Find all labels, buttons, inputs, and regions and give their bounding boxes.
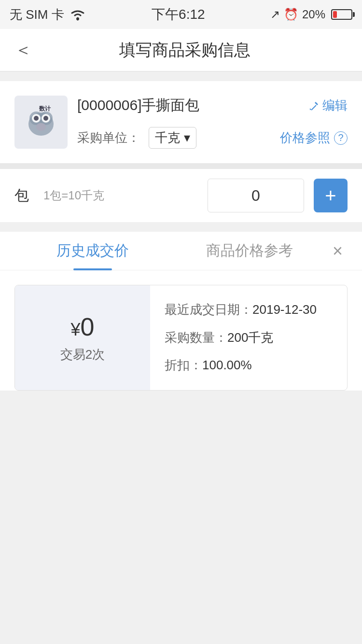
section-divider	[0, 163, 362, 169]
currency-symbol: ¥	[71, 320, 81, 339]
price-detail-qty: 采购数量：200千克	[165, 328, 333, 348]
tab-header: 历史成交价 商品价格参考 ×	[0, 232, 362, 270]
help-icon: ?	[334, 131, 348, 145]
product-image: 数计	[22, 103, 60, 141]
quantity-input[interactable]: 0	[208, 179, 304, 212]
price-times: 交易2次	[60, 346, 105, 363]
tab-section: 历史成交价 商品价格参考 × ¥0 交易2次 最近成交日期：2019-12-30…	[0, 232, 362, 391]
unit-selector-group: 采购单位： 千克 ▾	[77, 127, 196, 149]
header: ＜ 填写商品采购信息	[0, 29, 362, 71]
product-thumbnail: 数计	[14, 96, 68, 149]
svg-point-8	[36, 123, 46, 131]
edit-icon	[309, 100, 320, 111]
quantity-plus-button[interactable]: +	[314, 179, 348, 212]
quantity-row: 包 1包=10千克 0 +	[0, 169, 362, 222]
svg-point-0	[76, 17, 79, 20]
svg-marker-11	[315, 102, 318, 105]
price-reference-button[interactable]: 价格参照 ?	[280, 129, 348, 146]
price-detail-discount: 折扣：100.00%	[165, 355, 333, 376]
edit-label: 编辑	[322, 97, 348, 114]
price-value: 0	[81, 313, 95, 341]
price-ref-label: 价格参照	[280, 129, 330, 146]
qty-unit-label: 包	[14, 186, 29, 206]
tab-close-button[interactable]: ×	[328, 241, 348, 261]
alarm-icon: ⏰	[284, 8, 298, 21]
dropdown-arrow-icon: ▾	[184, 130, 190, 145]
svg-point-7	[43, 116, 48, 121]
unit-value: 千克	[155, 129, 180, 146]
wifi-icon	[69, 8, 86, 21]
qty-detail-value: 200千克	[227, 330, 273, 345]
unit-label: 采购单位：	[77, 130, 140, 145]
discount-value: 100.00%	[202, 358, 252, 372]
svg-rect-10	[311, 105, 316, 110]
tab-history-label: 历史成交价	[56, 241, 129, 261]
discount-label: 折扣：	[165, 358, 202, 372]
battery-percent: 20%	[302, 8, 325, 21]
date-label: 最近成交日期：	[165, 302, 252, 317]
tab-price-label: 商品价格参考	[206, 241, 293, 261]
product-name-row: [0000006]手撕面包 编辑	[77, 96, 348, 115]
status-bar: 无 SIM 卡 下午6:12 ↗ ⏰ 20%	[0, 0, 362, 29]
status-right: ↗ ⏰ 20%	[270, 8, 352, 21]
status-left: 无 SIM 卡	[10, 6, 86, 23]
qty-unit-sub: 1包=10千克	[43, 188, 104, 203]
page-title: 填写商品采购信息	[42, 39, 328, 61]
tab-price-reference[interactable]: 商品价格参考	[171, 232, 327, 270]
unit-row: 采购单位： 千克 ▾ 价格参照 ?	[77, 127, 348, 149]
edit-button[interactable]: 编辑	[309, 97, 348, 114]
unit-select[interactable]: 千克 ▾	[149, 127, 196, 149]
price-right-panel: 最近成交日期：2019-12-30 采购数量：200千克 折扣：100.00%	[150, 285, 347, 390]
price-left-panel: ¥0 交易2次	[15, 285, 150, 390]
price-detail-date: 最近成交日期：2019-12-30	[165, 300, 333, 320]
price-amount: ¥0	[71, 312, 95, 341]
qty-detail-label: 采购数量：	[165, 330, 227, 345]
price-card: ¥0 交易2次 最近成交日期：2019-12-30 采购数量：200千克 折扣：…	[14, 285, 348, 391]
status-time: 下午6:12	[152, 5, 205, 24]
svg-text:数计: 数计	[39, 105, 51, 112]
gps-icon: ↗	[270, 8, 280, 21]
product-name: [0000006]手撕面包	[77, 96, 199, 115]
date-value: 2019-12-30	[252, 302, 317, 317]
tab-history-price[interactable]: 历史成交价	[14, 232, 171, 270]
back-button[interactable]: ＜	[14, 38, 32, 62]
carrier-text: 无 SIM 卡	[10, 6, 64, 23]
svg-point-6	[34, 116, 39, 121]
product-card: 数计 [0000006]手撕面包 编辑 采购单位： 千克 ▾	[0, 81, 362, 163]
battery-icon	[331, 9, 352, 20]
product-info: [0000006]手撕面包 编辑 采购单位： 千克 ▾ 价格参照 ?	[77, 96, 348, 149]
